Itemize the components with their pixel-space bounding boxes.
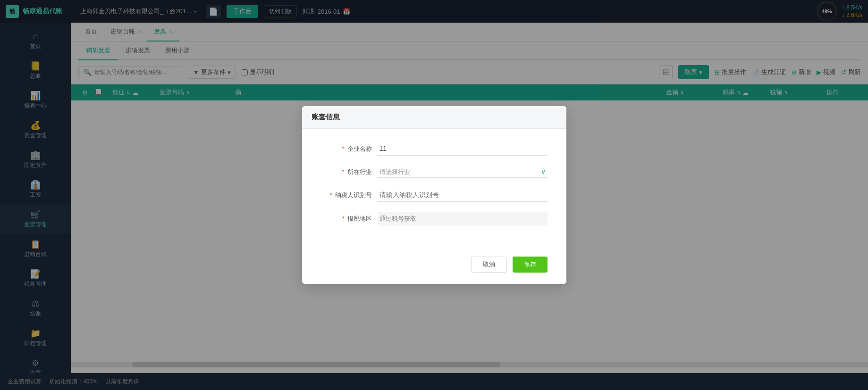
tax-region-input	[378, 212, 548, 225]
industry-row: * 所在行业 请选择行业 ∨	[321, 166, 548, 178]
cancel-button[interactable]: 取消	[471, 257, 507, 273]
company-name-row: * 企业名称	[321, 142, 548, 156]
tax-id-row: * 纳税人识别号	[321, 188, 548, 202]
save-button[interactable]: 保存	[513, 257, 548, 273]
dialog-header: 账套信息	[302, 106, 566, 129]
tax-id-input[interactable]	[378, 188, 548, 202]
company-name-label: * 企业名称	[321, 145, 378, 153]
dialog-footer: 取消 保存	[302, 249, 566, 284]
dialog-title: 账套信息	[312, 113, 340, 121]
dialog-body: * 企业名称 * 所在行业 请选择行业 ∨	[302, 129, 566, 249]
industry-label: * 所在行业	[321, 168, 378, 176]
industry-select-wrapper: 请选择行业 ∨	[378, 166, 548, 178]
industry-arrow[interactable]: ∨	[541, 168, 546, 175]
dialog: 账套信息 * 企业名称 * 所在行业 请选择行业	[302, 106, 566, 284]
tax-region-label: * 报税地区	[321, 215, 378, 223]
tax-region-row: * 报税地区	[321, 212, 548, 225]
dialog-overlay: 账套信息 * 企业名称 * 所在行业 请选择行业	[0, 0, 868, 390]
company-name-input[interactable]	[378, 142, 548, 156]
industry-select[interactable]: 请选择行业	[379, 168, 541, 175]
tax-id-label: * 纳税人识别号	[321, 191, 378, 199]
